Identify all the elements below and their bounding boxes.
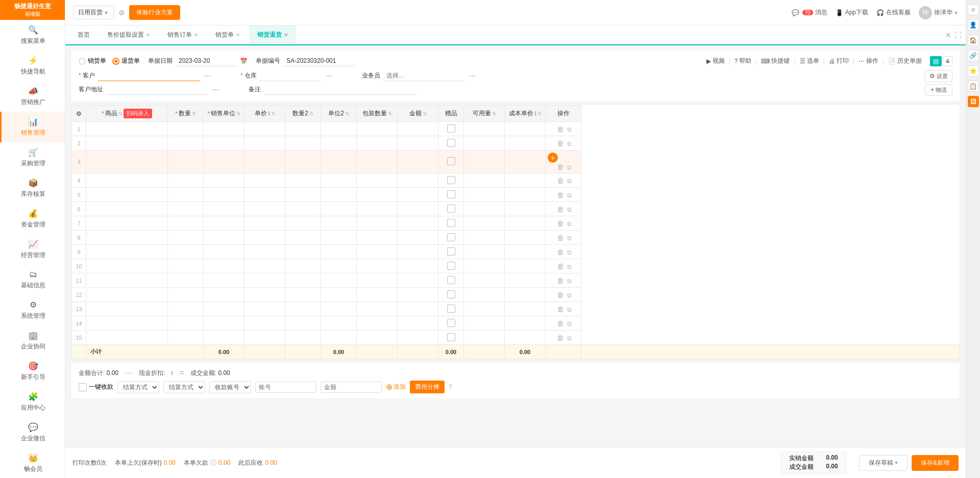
row-qty2-10[interactable] [285, 259, 321, 273]
sidebar-item-operation[interactable]: 📈 经营管理 [0, 234, 65, 265]
row-avail-3[interactable] [464, 150, 505, 173]
sidebar-item-search[interactable]: 🔍 搜索菜单 [0, 20, 65, 51]
amount-sort-icon[interactable]: ⇅ [423, 111, 427, 116]
tab-price[interactable]: 售价提取设置 ✕ [99, 26, 158, 45]
sidebar-item-sales[interactable]: 📊 销售管理 [0, 112, 65, 142]
row-amount-6[interactable] [398, 202, 438, 216]
history-btn[interactable]: 📄 历史单据 [888, 57, 922, 65]
row-qty-2[interactable] [168, 136, 204, 150]
row-unit-12[interactable] [204, 288, 244, 302]
rp-icon-7[interactable]: 🖼 [968, 96, 979, 107]
tab-return[interactable]: 销货退货 ✕ [249, 26, 296, 45]
row-gift-9[interactable] [438, 245, 464, 259]
price-sort-icon[interactable]: ⇅ [271, 111, 275, 116]
row-goods-12[interactable] [86, 288, 168, 302]
qty-sort-icon[interactable]: ⇅ [192, 111, 196, 116]
row-price-1[interactable] [244, 122, 285, 136]
copy-row-btn[interactable]: ⧉ [567, 249, 572, 256]
rp-icon-2[interactable]: 👤 [968, 19, 979, 31]
row-price-11[interactable] [244, 273, 285, 288]
shortcut-btn[interactable]: ⌨ 快捷键 [761, 57, 790, 65]
onepay-checkbox[interactable]: 一键收款 [79, 383, 113, 391]
delete-row-btn[interactable]: 🗑 [557, 139, 564, 147]
row-pkg-3[interactable] [357, 150, 398, 173]
row-price-3[interactable] [244, 150, 285, 173]
row-avail-5[interactable] [464, 188, 505, 202]
row-cost-2[interactable] [505, 136, 546, 150]
copy-row-btn[interactable]: ⧉ [567, 235, 572, 242]
row-unit-2[interactable] [204, 136, 244, 150]
row-unit2-7[interactable] [321, 216, 357, 231]
rp-icon-5[interactable]: ⭐ [968, 65, 979, 77]
warehouse-more-btn[interactable]: ··· [324, 71, 333, 81]
close-window-icon[interactable]: ✕ [945, 31, 951, 39]
sidebar-item-enterprise[interactable]: 🏢 企业协同 [0, 325, 65, 356]
method-select[interactable]: 结算方式 [117, 381, 159, 393]
row-unit-15[interactable] [204, 331, 244, 345]
row-amount-3[interactable] [398, 150, 438, 173]
delete-row-btn[interactable]: 🗑 [557, 276, 564, 285]
row-gift-1[interactable] [438, 122, 464, 136]
sidebar-item-appstore[interactable]: 🧩 应用中心 [0, 387, 65, 417]
row-qty-12[interactable] [168, 288, 204, 302]
row-avail-13[interactable] [464, 302, 505, 316]
row-price-5[interactable] [244, 188, 285, 202]
row-unit-6[interactable] [204, 202, 244, 216]
sidebar-item-member[interactable]: 👑 畅会员 [0, 448, 65, 478]
row-cost-9[interactable] [505, 245, 546, 259]
staff-input[interactable] [383, 70, 465, 81]
tab-home[interactable]: 首页 [69, 26, 98, 45]
copy-row-btn[interactable]: ⧉ [567, 335, 572, 342]
row-qty2-8[interactable] [285, 231, 321, 245]
tab-delivery-close-icon[interactable]: ✕ [236, 32, 240, 38]
rp-icon-6[interactable]: 📋 [968, 81, 979, 92]
row-avail-14[interactable] [464, 316, 505, 331]
row-unit2-15[interactable] [321, 331, 357, 345]
row-avail-11[interactable] [464, 273, 505, 288]
row-goods-5[interactable] [86, 188, 168, 202]
row-amount-8[interactable] [398, 231, 438, 245]
delete-row-btn[interactable]: 🗑 [557, 205, 564, 213]
row-amount-1[interactable] [398, 122, 438, 136]
row-goods-8[interactable] [86, 231, 168, 245]
delete-row-btn[interactable]: 🗑 [557, 305, 564, 313]
unit-sort-icon[interactable]: ⇅ [236, 111, 240, 116]
copy-row-btn[interactable]: ⧉ [567, 164, 572, 171]
row-cost-4[interactable] [505, 173, 546, 188]
row-qty-1[interactable] [168, 122, 204, 136]
row-price-6[interactable] [244, 202, 285, 216]
row-amount-9[interactable] [398, 245, 438, 259]
row-gift-8[interactable] [438, 231, 464, 245]
row-gift-10[interactable] [438, 259, 464, 273]
row-unit-3[interactable] [204, 150, 244, 173]
copy-row-btn[interactable]: ⧉ [567, 140, 572, 147]
cost-sort-icon[interactable]: ⇅ [537, 111, 542, 116]
row-pkg-6[interactable] [357, 202, 398, 216]
row-avail-4[interactable] [464, 173, 505, 188]
row-unit-9[interactable] [204, 245, 244, 259]
row-goods-1[interactable] [86, 122, 168, 136]
save-draft-btn[interactable]: 保存草稿 ▾ [859, 455, 908, 471]
row-unit-8[interactable] [204, 231, 244, 245]
row-amount-7[interactable] [398, 216, 438, 231]
row-unit2-9[interactable] [321, 245, 357, 259]
row-gift-7[interactable] [438, 216, 464, 231]
row-gift-3[interactable] [438, 150, 464, 173]
row-amount-4[interactable] [398, 173, 438, 188]
row-amount-2[interactable] [398, 136, 438, 150]
row-avail-6[interactable] [464, 202, 505, 216]
row-amount-12[interactable] [398, 288, 438, 302]
copy-row-btn[interactable]: ⧉ [567, 192, 572, 199]
tab-order-close-icon[interactable]: ✕ [194, 32, 198, 38]
row-price-15[interactable] [244, 331, 285, 345]
row-qty2-7[interactable] [285, 216, 321, 231]
copy-row-btn[interactable]: ⧉ [567, 206, 572, 213]
row-goods-3[interactable] [86, 150, 168, 173]
qty2-sort-icon[interactable]: ⇅ [309, 111, 313, 116]
row-goods-11[interactable] [86, 273, 168, 288]
row-unit2-3[interactable] [321, 150, 357, 173]
row-qty2-5[interactable] [285, 188, 321, 202]
customer-more-btn[interactable]: ··· [203, 71, 212, 81]
rp-icon-4[interactable]: 🔗 [968, 50, 979, 61]
row-cost-10[interactable] [505, 259, 546, 273]
